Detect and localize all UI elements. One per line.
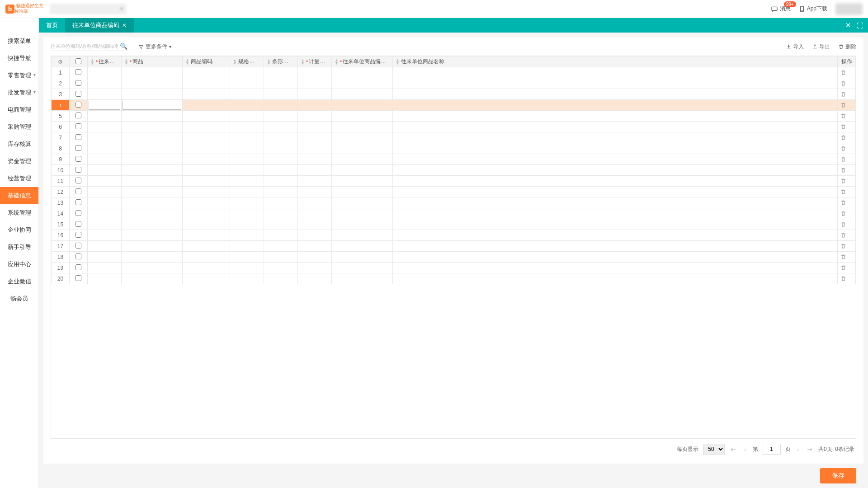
table-row[interactable]: 20 — [52, 273, 856, 284]
sidebar-item-1[interactable]: 快捷导航 — [0, 50, 38, 67]
tab-home[interactable]: 首页 — [39, 18, 65, 33]
data-cell[interactable] — [332, 165, 393, 176]
row-delete-button[interactable] — [838, 89, 856, 100]
data-cell[interactable] — [332, 219, 393, 230]
data-cell[interactable] — [183, 176, 230, 187]
sidebar-item-7[interactable]: 资金管理 — [0, 153, 38, 170]
col-header-spec[interactable]: ▲▼规格… — [230, 56, 264, 67]
row-delete-button[interactable] — [838, 143, 856, 154]
row-checkbox[interactable] — [75, 178, 81, 183]
data-cell[interactable] — [332, 197, 393, 208]
sidebar-item-0[interactable]: 搜索菜单 — [0, 33, 38, 50]
table-row[interactable]: 19 — [52, 263, 856, 273]
table-row[interactable]: 14 — [52, 208, 856, 219]
row-checkbox[interactable] — [75, 145, 81, 151]
table-row[interactable]: 13 — [52, 197, 856, 208]
data-cell[interactable] — [183, 219, 230, 230]
sidebar-item-3[interactable]: 批发管理▾ — [0, 84, 38, 101]
row-checkbox[interactable] — [75, 134, 81, 140]
data-cell[interactable] — [393, 197, 838, 208]
data-cell[interactable] — [183, 208, 230, 219]
data-cell[interactable] — [88, 122, 122, 132]
data-cell[interactable] — [183, 263, 230, 273]
data-cell[interactable] — [298, 89, 332, 100]
data-cell[interactable] — [183, 197, 230, 208]
page-first-button[interactable]: ⇤ — [729, 446, 738, 453]
data-cell[interactable] — [332, 187, 393, 197]
fullscreen-icon[interactable]: ⛶ — [857, 22, 863, 29]
table-row[interactable]: 17 — [52, 241, 856, 252]
data-cell[interactable] — [332, 263, 393, 273]
data-cell[interactable] — [183, 273, 230, 284]
row-checkbox[interactable] — [75, 188, 81, 194]
data-cell[interactable] — [332, 241, 393, 252]
data-cell[interactable] — [88, 165, 122, 176]
data-cell[interactable] — [88, 176, 122, 187]
data-cell[interactable] — [298, 154, 332, 165]
data-cell[interactable] — [264, 197, 298, 208]
col-header-product-code[interactable]: ▲▼商品编码 — [183, 56, 230, 67]
data-cell[interactable] — [122, 273, 183, 284]
app-download-button[interactable]: App下载 — [799, 5, 827, 13]
data-cell[interactable] — [183, 132, 230, 143]
data-cell[interactable] — [264, 219, 298, 230]
data-cell[interactable] — [393, 132, 838, 143]
cell-input[interactable] — [123, 101, 181, 110]
data-cell[interactable] — [230, 252, 264, 263]
sidebar-item-15[interactable]: 畅会员 — [0, 290, 38, 307]
table-row[interactable]: 7 — [52, 132, 856, 143]
data-cell[interactable] — [230, 100, 264, 111]
row-delete-button[interactable] — [838, 176, 856, 187]
data-cell[interactable] — [88, 100, 122, 111]
data-cell[interactable] — [393, 252, 838, 263]
row-checkbox[interactable] — [75, 210, 81, 216]
data-cell[interactable] — [393, 122, 838, 132]
sidebar-item-14[interactable]: 企业微信 — [0, 273, 38, 290]
data-cell[interactable] — [298, 263, 332, 273]
data-cell[interactable] — [88, 143, 122, 154]
row-checkbox[interactable] — [75, 243, 81, 249]
data-cell[interactable] — [88, 78, 122, 89]
data-cell[interactable] — [230, 165, 264, 176]
data-cell[interactable] — [122, 219, 183, 230]
row-delete-button[interactable] — [838, 197, 856, 208]
data-cell[interactable] — [230, 219, 264, 230]
row-delete-button[interactable] — [838, 165, 856, 176]
row-delete-button[interactable] — [838, 122, 856, 132]
row-checkbox[interactable] — [75, 113, 81, 118]
data-cell[interactable] — [298, 241, 332, 252]
data-cell[interactable] — [393, 263, 838, 273]
sidebar-item-4[interactable]: 电商管理 — [0, 101, 38, 118]
data-cell[interactable] — [230, 176, 264, 187]
org-dropdown[interactable]: ▾ — [50, 4, 127, 14]
data-cell[interactable] — [122, 197, 183, 208]
table-row[interactable]: 16 — [52, 230, 856, 241]
data-cell[interactable] — [230, 78, 264, 89]
table-row[interactable]: 9 — [52, 154, 856, 165]
data-cell[interactable] — [183, 165, 230, 176]
sidebar-item-13[interactable]: 应用中心 — [0, 256, 38, 273]
sidebar-item-10[interactable]: 系统管理 — [0, 204, 38, 221]
data-cell[interactable] — [264, 143, 298, 154]
data-cell[interactable] — [183, 111, 230, 122]
col-header-checkbox[interactable] — [70, 56, 88, 67]
data-cell[interactable] — [393, 208, 838, 219]
tab-current[interactable]: 往来单位商品编码 ✕ — [65, 18, 134, 33]
table-row[interactable]: 8 — [52, 143, 856, 154]
data-cell[interactable] — [230, 241, 264, 252]
table-row[interactable]: 11 — [52, 176, 856, 187]
data-cell[interactable] — [332, 100, 393, 111]
data-cell[interactable] — [88, 154, 122, 165]
data-cell[interactable] — [298, 208, 332, 219]
data-cell[interactable] — [88, 219, 122, 230]
data-cell[interactable] — [332, 273, 393, 284]
sidebar-item-12[interactable]: 新手引导 — [0, 239, 38, 256]
data-cell[interactable] — [230, 143, 264, 154]
data-cell[interactable] — [264, 111, 298, 122]
data-cell[interactable] — [230, 197, 264, 208]
add-row-icon[interactable]: + — [57, 102, 64, 109]
data-cell[interactable] — [264, 154, 298, 165]
data-cell[interactable] — [122, 78, 183, 89]
data-cell[interactable] — [230, 89, 264, 100]
data-cell[interactable] — [183, 67, 230, 78]
